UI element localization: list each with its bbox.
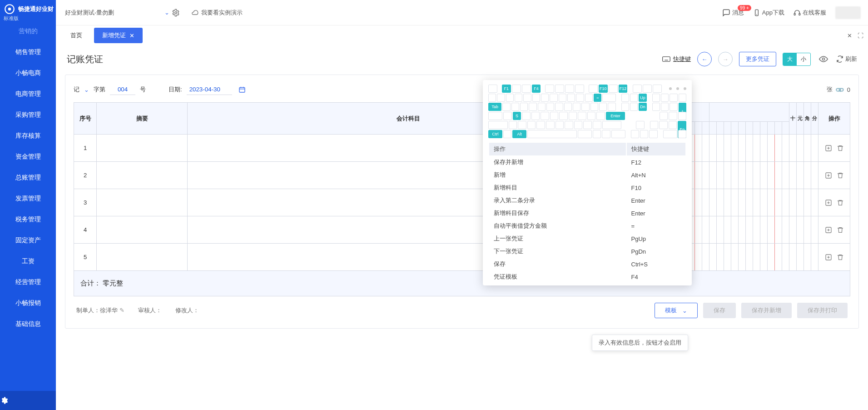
shortcut-keys-link[interactable]: 快捷键 bbox=[662, 55, 691, 63]
calendar-icon[interactable] bbox=[238, 86, 246, 93]
sidebar-item-1[interactable]: 小畅电商 bbox=[0, 63, 56, 84]
more-vouchers-button[interactable]: 更多凭证 bbox=[739, 52, 776, 66]
voucher-header-form: 记 ⌄ 字第 号 日期: 张 🔗 0 bbox=[74, 82, 850, 102]
tab-new-voucher[interactable]: 新增凭证 ✕ bbox=[94, 28, 143, 43]
shortcut-table: 操作 快捷键 保存并新增F12新增Alt+N新增科目F10录入第二条分录Ente… bbox=[488, 142, 686, 284]
add-row-icon[interactable] bbox=[825, 145, 832, 152]
add-row-icon[interactable] bbox=[825, 226, 832, 234]
shortcut-row: 新增科目F10 bbox=[489, 182, 685, 194]
svg-rect-13 bbox=[239, 87, 245, 92]
next-voucher-button[interactable]: → bbox=[718, 52, 733, 66]
refresh-button[interactable]: 刷新 bbox=[836, 55, 857, 63]
sidebar-item-13[interactable]: 基础信息 bbox=[0, 314, 56, 335]
delete-row-icon[interactable] bbox=[837, 172, 844, 179]
shortcut-row: 录入第二条分录Enter bbox=[489, 195, 685, 206]
summary-cell[interactable] bbox=[97, 135, 188, 162]
edit-icon[interactable]: ✎ bbox=[119, 307, 124, 314]
sidebar-item-10[interactable]: 工资 bbox=[0, 251, 56, 272]
sidebar: 营销的 销售管理小畅电商电商管理采购管理库存核算资金管理总账管理发票管理税务管理… bbox=[0, 25, 56, 410]
main-area: 首页 新增凭证 ✕ ✕ ⛶ 记账凭证 快捷键 ← → 更多凭证 大 bbox=[56, 25, 868, 410]
svg-rect-7 bbox=[663, 57, 670, 62]
sidebar-item-4[interactable]: 库存核算 bbox=[0, 125, 56, 146]
chevron-down-icon: ⌄ bbox=[164, 9, 169, 16]
delete-row-icon[interactable] bbox=[837, 226, 844, 234]
phone-icon bbox=[753, 9, 760, 16]
brand-version: 标准版 bbox=[4, 15, 52, 22]
demo-link[interactable]: 我要看实例演示 bbox=[191, 9, 243, 17]
sidebar-item-7[interactable]: 发票管理 bbox=[0, 188, 56, 209]
sidebar-item-3[interactable]: 采购管理 bbox=[0, 105, 56, 125]
sidebar-item-2[interactable]: 电商管理 bbox=[0, 84, 56, 105]
messages-button[interactable]: 消息 99 + bbox=[722, 9, 744, 17]
voucher-footer: 制单人：徐泽华✎ 审核人： 修改人： 模板⌄ 保存 保存并新增 保存并打印 bbox=[74, 296, 850, 320]
refresh-icon bbox=[836, 55, 843, 63]
shortcut-row: 下一张凭证PgDn bbox=[489, 245, 685, 257]
shortcut-row: 新增Alt+N bbox=[489, 169, 685, 181]
delete-row-icon[interactable] bbox=[837, 199, 844, 206]
col-ops: 操作 bbox=[818, 103, 850, 135]
svg-point-2 bbox=[175, 11, 177, 14]
sidebar-item-partial[interactable]: 营销的 bbox=[0, 25, 56, 42]
add-row-icon[interactable] bbox=[825, 172, 832, 179]
summary-cell[interactable] bbox=[97, 216, 188, 244]
svg-rect-3 bbox=[755, 10, 759, 15]
delete-row-icon[interactable] bbox=[837, 254, 844, 261]
close-all-icon[interactable]: ✕ bbox=[847, 32, 852, 39]
attachment-icon[interactable]: 🔗 bbox=[835, 85, 845, 95]
shortcut-row: 保存Ctrl+S bbox=[489, 258, 685, 270]
maker-name: 徐泽华 bbox=[100, 307, 118, 314]
voucher-number-input[interactable] bbox=[110, 84, 135, 95]
top-header: 畅捷通好业财 标准版 好业财测试-量勿删 ⌄ 我要看实例演示 消息 99 + A… bbox=[0, 0, 868, 25]
customer-service-button[interactable]: 在线客服 bbox=[794, 9, 826, 17]
size-toggle: 大 小 bbox=[783, 53, 811, 66]
sidebar-item-0[interactable]: 销售管理 bbox=[0, 42, 56, 63]
sidebar-item-9[interactable]: 固定资产 bbox=[0, 230, 56, 251]
tab-home[interactable]: 首页 bbox=[62, 28, 90, 43]
sidebar-item-12[interactable]: 小畅报销 bbox=[0, 293, 56, 314]
sidebar-item-8[interactable]: 税务管理 bbox=[0, 209, 56, 230]
shortcut-row: 凭证模板F4 bbox=[489, 271, 685, 283]
save-and-new-button: 保存并新增 bbox=[741, 303, 792, 318]
sidebar-item-5[interactable]: 资金管理 bbox=[0, 146, 56, 167]
fullscreen-icon[interactable]: ⛶ bbox=[858, 32, 863, 39]
app-download-button[interactable]: App下载 bbox=[753, 9, 784, 17]
template-button[interactable]: 模板⌄ bbox=[655, 303, 698, 318]
save-button: 保存 bbox=[703, 303, 736, 318]
table-row: 4 bbox=[74, 216, 850, 244]
user-avatar[interactable] bbox=[835, 6, 861, 19]
brand-logo-icon bbox=[4, 3, 15, 15]
summary-cell[interactable] bbox=[97, 244, 188, 271]
sidebar-item-6[interactable]: 总账管理 bbox=[0, 167, 56, 188]
summary-cell[interactable] bbox=[97, 162, 188, 189]
settings-gear-icon[interactable] bbox=[169, 6, 182, 19]
size-small-option[interactable]: 小 bbox=[797, 53, 810, 65]
summary-cell[interactable] bbox=[97, 189, 188, 216]
col-summary: 摘要 bbox=[97, 103, 188, 135]
add-row-icon[interactable] bbox=[825, 254, 832, 261]
chevron-down-icon[interactable]: ⌄ bbox=[84, 86, 89, 93]
tabs-row: 首页 新增凭证 ✕ ✕ ⛶ bbox=[56, 25, 868, 45]
environment-select[interactable]: 好业财测试-量勿删 ⌄ bbox=[65, 9, 169, 17]
sidebar-settings-button[interactable] bbox=[0, 391, 56, 410]
sidebar-item-11[interactable]: 经营管理 bbox=[0, 272, 56, 293]
shortcut-row: 上一张凭证PgUp bbox=[489, 233, 685, 245]
size-big-option[interactable]: 大 bbox=[783, 53, 797, 65]
prev-voucher-button[interactable]: ← bbox=[697, 52, 712, 66]
delete-row-icon[interactable] bbox=[837, 145, 844, 152]
message-icon bbox=[722, 9, 730, 17]
logo-area: 畅捷通好业财 标准版 bbox=[0, 0, 56, 25]
disabled-button-tooltip: 录入有效信息后，按钮才会启用 bbox=[592, 335, 688, 351]
save-and-print-button: 保存并打印 bbox=[797, 303, 848, 318]
cloud-icon bbox=[191, 9, 198, 16]
shortcut-row: 新增科目保存Enter bbox=[489, 207, 685, 219]
voucher-date-input[interactable] bbox=[187, 84, 232, 95]
close-icon[interactable]: ✕ bbox=[129, 32, 134, 39]
visibility-icon[interactable] bbox=[817, 53, 830, 65]
col-credit bbox=[709, 103, 789, 122]
add-row-icon[interactable] bbox=[825, 199, 832, 206]
gear-icon bbox=[0, 396, 8, 405]
table-row: 2 bbox=[74, 162, 850, 189]
shortcut-row: 自动平衡借贷方金额= bbox=[489, 220, 685, 232]
shortcut-row: 保存并新增F12 bbox=[489, 156, 685, 168]
svg-point-12 bbox=[823, 58, 825, 60]
